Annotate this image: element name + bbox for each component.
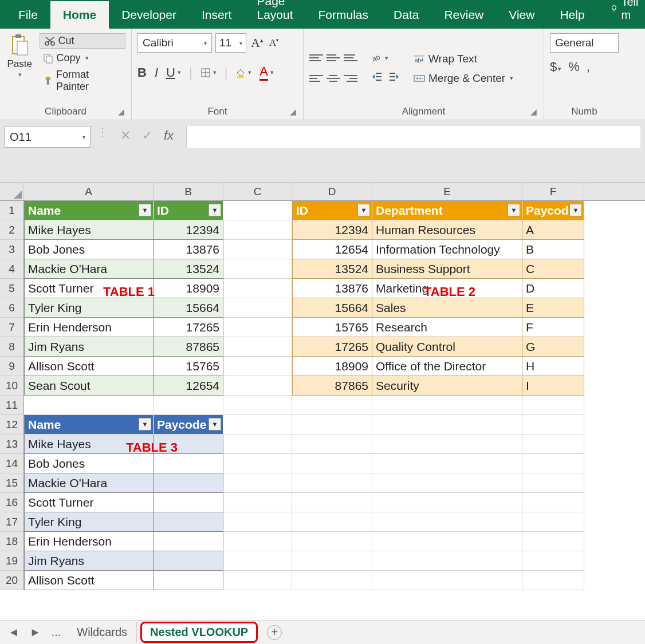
row-header[interactable]: 10	[0, 376, 24, 396]
cell[interactable]: 87865	[292, 376, 372, 396]
align-middle-button[interactable]	[327, 52, 340, 64]
cell[interactable]	[372, 454, 522, 473]
row-header[interactable]: 1	[0, 201, 24, 220]
cell[interactable]	[292, 512, 372, 532]
cell[interactable]: A	[522, 220, 584, 240]
cell[interactable]	[522, 571, 584, 590]
tab-formulas[interactable]: Formulas	[306, 1, 382, 29]
cell[interactable]	[292, 571, 372, 590]
cell[interactable]	[522, 551, 584, 571]
cell[interactable]: 18909	[154, 279, 223, 298]
cell[interactable]: F	[522, 318, 584, 337]
tab-help[interactable]: Help	[547, 1, 597, 29]
cell[interactable]: Mackie O'Hara	[24, 473, 154, 493]
filter-button[interactable]: ▼	[508, 204, 520, 216]
cell[interactable]	[154, 571, 223, 590]
cell[interactable]: ID▼	[292, 201, 372, 220]
cell[interactable]: Name▼	[24, 201, 154, 220]
cell[interactable]: 15664	[154, 298, 223, 318]
tab-tell-me[interactable]: Tell m	[597, 0, 645, 29]
shrink-font-button[interactable]: A▾	[268, 37, 280, 49]
align-left-button[interactable]	[309, 73, 323, 84]
merge-center-button[interactable]: Merge & Center▾	[414, 72, 513, 85]
cell[interactable]: D	[522, 279, 584, 298]
cell[interactable]	[154, 532, 223, 551]
cut-button[interactable]: Cut	[40, 33, 125, 49]
cell[interactable]: 12654	[154, 376, 223, 396]
fill-color-button[interactable]: ▾	[235, 68, 251, 78]
align-right-button[interactable]	[344, 73, 357, 84]
grow-font-button[interactable]: A▴	[250, 35, 265, 50]
cell[interactable]	[223, 357, 292, 376]
cell[interactable]: H	[522, 357, 584, 376]
cell[interactable]	[223, 532, 292, 551]
sheet-ellipsis[interactable]: ...	[48, 626, 65, 639]
cell[interactable]: 13876	[292, 279, 372, 298]
cell[interactable]	[223, 571, 292, 590]
cell[interactable]: Scott Turner	[24, 279, 154, 298]
cell[interactable]	[223, 551, 292, 571]
cell[interactable]	[372, 473, 522, 493]
cell[interactable]: Tyler King	[24, 512, 154, 532]
filter-button[interactable]: ▼	[209, 204, 221, 216]
cell[interactable]	[223, 473, 292, 493]
cell[interactable]: Name▼	[24, 415, 154, 434]
formula-input[interactable]	[186, 126, 640, 148]
cell[interactable]	[223, 201, 292, 220]
cell[interactable]: 87865	[154, 337, 223, 357]
cell[interactable]: Human Resources	[372, 220, 522, 240]
cell[interactable]: Bob Jones	[24, 454, 154, 473]
row-header[interactable]: 3	[0, 240, 24, 259]
font-name-select[interactable]: Calibri▾	[137, 33, 212, 53]
cell[interactable]: Office of the Director	[372, 357, 522, 376]
column-header-B[interactable]: B	[154, 183, 223, 200]
cell[interactable]: Information Technology	[372, 240, 522, 259]
number-format-select[interactable]: General	[550, 33, 619, 53]
cell[interactable]: 13524	[292, 259, 372, 279]
column-header-D[interactable]: D	[292, 183, 372, 200]
tab-page-layout[interactable]: Page Layout	[244, 0, 305, 29]
cell[interactable]	[24, 396, 154, 415]
cell[interactable]: Paycode▼	[154, 415, 223, 434]
cell[interactable]	[292, 551, 372, 571]
cell[interactable]	[372, 532, 522, 551]
row-header[interactable]: 9	[0, 357, 24, 376]
cell[interactable]	[522, 434, 584, 454]
cell[interactable]: B	[522, 240, 584, 259]
cell[interactable]: Research	[372, 318, 522, 337]
underline-button[interactable]: U▾	[166, 65, 181, 80]
cell[interactable]: 17265	[154, 318, 223, 337]
row-header[interactable]: 19	[0, 551, 24, 571]
cell[interactable]: Mike Hayes	[24, 220, 154, 240]
tab-developer[interactable]: Developer	[109, 1, 189, 29]
cell[interactable]	[372, 493, 522, 512]
row-header[interactable]: 18	[0, 532, 24, 551]
cell[interactable]	[522, 532, 584, 551]
cell[interactable]	[522, 454, 584, 473]
cell[interactable]	[522, 415, 584, 434]
cell[interactable]: Bob Jones	[24, 240, 154, 259]
cell[interactable]	[223, 240, 292, 259]
cell[interactable]	[223, 220, 292, 240]
tab-data[interactable]: Data	[381, 1, 431, 29]
column-header-A[interactable]: A	[24, 183, 154, 200]
cell[interactable]	[223, 259, 292, 279]
align-center-button[interactable]	[327, 73, 340, 84]
cell[interactable]: 15765	[154, 357, 223, 376]
fx-button[interactable]: fx	[164, 128, 174, 143]
cell[interactable]: E	[522, 298, 584, 318]
row-header[interactable]: 20	[0, 571, 24, 590]
italic-button[interactable]: I	[155, 65, 158, 80]
row-header[interactable]: 7	[0, 318, 24, 337]
cell[interactable]: Jim Ryans	[24, 551, 154, 571]
add-sheet-button[interactable]: +	[267, 625, 282, 640]
cell[interactable]: Quality Control	[372, 337, 522, 357]
cell[interactable]: C	[522, 259, 584, 279]
paste-button[interactable]: Paste ▾	[6, 33, 34, 78]
cell[interactable]: Mackie O'Hara	[24, 259, 154, 279]
cell[interactable]: Allison Scott	[24, 357, 154, 376]
cell[interactable]: 15765	[292, 318, 372, 337]
increase-indent-button[interactable]	[388, 72, 400, 85]
cell[interactable]	[223, 396, 292, 415]
sheet-tab-wildcards[interactable]: Wildcards	[68, 622, 137, 642]
